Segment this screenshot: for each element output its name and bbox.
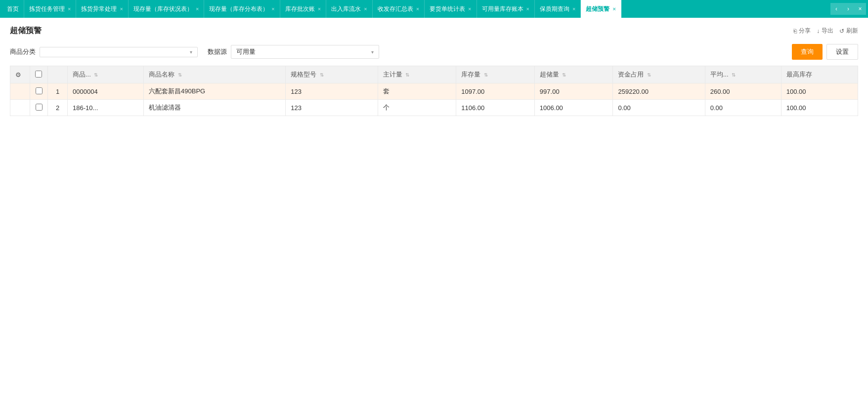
nav-tab-quality-check-close[interactable]: × xyxy=(572,6,575,12)
query-button[interactable]: 查询 xyxy=(792,44,823,60)
refresh-button[interactable]: ↺ 刷新 xyxy=(839,27,858,35)
overstock-column-header[interactable]: 超储量 ⇅ xyxy=(534,66,613,83)
table-row: 2 186-10... 机油滤清器 123 个 1106.00 1006.00 … xyxy=(10,100,858,116)
spec-column-header[interactable]: 规格型号 ⇅ xyxy=(286,66,378,83)
row1-product-code: 0000004 xyxy=(68,83,144,100)
stock-label: 库存量 xyxy=(461,71,480,78)
action-buttons: 查询 设置 xyxy=(792,44,858,60)
export-label: 导出 xyxy=(822,27,833,35)
nav-tab-inventory-dist[interactable]: 现存量（库存分布表） × xyxy=(204,0,280,18)
header-actions: ⎗ 分享 ↓ 导出 ↺ 刷新 xyxy=(793,27,858,35)
datasource-select-value: 可用量 xyxy=(236,47,256,56)
row1-checkbox[interactable] xyxy=(36,87,43,94)
data-table: ⚙ 商品... ⇅ 商品名称 ⇅ 规格型号 ⇅ xyxy=(10,66,858,116)
unit-label: 主计量 xyxy=(383,71,402,78)
row1-average: 260.00 xyxy=(705,83,781,100)
average-column-header[interactable]: 平均... ⇅ xyxy=(705,66,781,83)
spec-sort-icon: ⇅ xyxy=(320,72,324,78)
nav-tab-quality-check[interactable]: 保质期查询 × xyxy=(535,0,581,18)
max-stock-column-header: 最高库存 xyxy=(781,66,858,83)
nav-tab-available-account[interactable]: 可用量库存账本 × xyxy=(477,0,535,18)
select-all-checkbox[interactable] xyxy=(35,71,42,78)
nav-tab-available-account-close[interactable]: × xyxy=(526,6,529,12)
row1-product-name: 六配套新昌490BPG xyxy=(144,83,286,100)
category-select[interactable]: ▾ xyxy=(40,47,198,57)
product-code-label: 商品... xyxy=(73,71,91,78)
row2-checkbox-cell[interactable] xyxy=(30,100,48,116)
refresh-icon: ↺ xyxy=(839,28,844,35)
table-header-row: ⚙ 商品... ⇅ 商品名称 ⇅ 规格型号 ⇅ xyxy=(10,66,858,83)
gear-icon: ⚙ xyxy=(15,71,21,79)
nav-arrow-far-right-button[interactable]: × xyxy=(854,3,866,15)
product-name-column-header[interactable]: 商品名称 ⇅ xyxy=(144,66,286,83)
export-button[interactable]: ↓ 导出 xyxy=(817,27,833,35)
nav-tab-collect-summary-close[interactable]: × xyxy=(416,6,419,12)
nav-tab-overstock-warning-close[interactable]: × xyxy=(612,6,615,12)
product-code-column-header[interactable]: 商品... ⇅ xyxy=(68,66,144,83)
nav-tab-order-stats[interactable]: 要货单统计表 × xyxy=(425,0,477,18)
export-icon: ↓ xyxy=(817,28,820,35)
average-sort-icon: ⇅ xyxy=(732,72,736,78)
row2-checkbox[interactable] xyxy=(36,104,43,111)
row2-overstock: 1006.00 xyxy=(534,100,613,116)
share-button[interactable]: ⎗ 分享 xyxy=(793,27,811,35)
row2-capital: 0.00 xyxy=(613,100,705,116)
nav-arrow-right-button[interactable]: › xyxy=(842,3,854,15)
table-body: 1 0000004 六配套新昌490BPG 123 套 1097.00 997.… xyxy=(10,83,858,116)
nav-tab-home[interactable]: 首页 xyxy=(2,0,24,18)
nav-tab-abnormal[interactable]: 拣货异常处理 × xyxy=(76,0,128,18)
unit-column-header[interactable]: 主计量 ⇅ xyxy=(378,66,456,83)
datasource-filter: 数据源 可用量 ▾ xyxy=(208,45,379,59)
nav-tab-in-out-flow-close[interactable]: × xyxy=(364,6,367,12)
nav-arrow-left-button[interactable]: ‹ xyxy=(830,3,842,15)
nav-tab-task-mgmt-close[interactable]: × xyxy=(68,6,71,12)
gear-column-header[interactable]: ⚙ xyxy=(10,66,30,83)
nav-tab-overstock-warning-label: 超储预警 xyxy=(586,5,609,13)
row1-overstock: 997.00 xyxy=(534,83,613,100)
row1-spec: 123 xyxy=(286,83,378,100)
datasource-label: 数据源 xyxy=(208,47,227,56)
row1-unit: 套 xyxy=(378,83,456,100)
row1-capital: 259220.00 xyxy=(613,83,705,100)
nav-tab-task-mgmt[interactable]: 拣货任务管理 × xyxy=(24,0,76,18)
nav-tab-available-account-label: 可用量库存账本 xyxy=(482,5,523,13)
share-label: 分享 xyxy=(799,27,811,35)
nav-tab-collect-summary-label: 收发存汇总表 xyxy=(378,5,413,13)
page-header: 超储预警 ⎗ 分享 ↓ 导出 ↺ 刷新 xyxy=(10,26,858,36)
nav-tab-inventory-status[interactable]: 现存量（库存状况表） × xyxy=(129,0,204,18)
nav-tab-in-out-flow[interactable]: 出入库流水 × xyxy=(326,0,372,18)
nav-tab-overstock-warning[interactable]: 超储预警 × xyxy=(581,0,621,18)
nav-tab-order-stats-close[interactable]: × xyxy=(468,6,471,12)
settings-button[interactable]: 设置 xyxy=(826,44,858,60)
row2-unit: 个 xyxy=(378,100,456,116)
table-row: 1 0000004 六配套新昌490BPG 123 套 1097.00 997.… xyxy=(10,83,858,100)
filter-row: 商品分类 ▾ 数据源 可用量 ▾ 查询 设置 xyxy=(10,44,858,60)
row1-max-stock: 100.00 xyxy=(781,83,858,100)
checkbox-column-header[interactable] xyxy=(30,66,48,83)
row2-index: 2 xyxy=(48,100,68,116)
nav-tab-in-out-flow-label: 出入库流水 xyxy=(331,5,361,13)
nav-tab-task-mgmt-label: 拣货任务管理 xyxy=(29,5,65,13)
stock-column-header[interactable]: 库存量 ⇅ xyxy=(456,66,535,83)
overstock-label: 超储量 xyxy=(540,71,559,78)
nav-arrows: ‹ › × xyxy=(830,3,866,15)
index-column-header xyxy=(48,66,68,83)
nav-tab-inventory-dist-close[interactable]: × xyxy=(271,6,274,12)
product-name-sort-icon: ⇅ xyxy=(178,72,182,78)
nav-tab-inventory-status-close[interactable]: × xyxy=(196,6,199,12)
share-icon: ⎗ xyxy=(793,28,797,35)
capital-column-header[interactable]: 资金占用 ⇅ xyxy=(613,66,705,83)
spec-label: 规格型号 xyxy=(291,71,316,78)
category-filter: 商品分类 ▾ xyxy=(10,47,198,57)
top-navigation: 首页 拣货任务管理 × 拣货异常处理 × 现存量（库存状况表） × 现存量（库存… xyxy=(0,0,868,18)
capital-label: 资金占用 xyxy=(618,71,644,78)
average-label: 平均... xyxy=(710,71,729,78)
nav-tab-inventory-batch-close[interactable]: × xyxy=(318,6,321,12)
datasource-select[interactable]: 可用量 ▾ xyxy=(231,45,379,59)
row1-checkbox-cell[interactable] xyxy=(30,83,48,100)
stock-sort-icon: ⇅ xyxy=(484,72,488,78)
nav-tab-inventory-batch[interactable]: 库存批次账 × xyxy=(280,0,326,18)
row2-spec: 123 xyxy=(286,100,378,116)
nav-tab-abnormal-close[interactable]: × xyxy=(120,6,123,12)
nav-tab-collect-summary[interactable]: 收发存汇总表 × xyxy=(373,0,425,18)
